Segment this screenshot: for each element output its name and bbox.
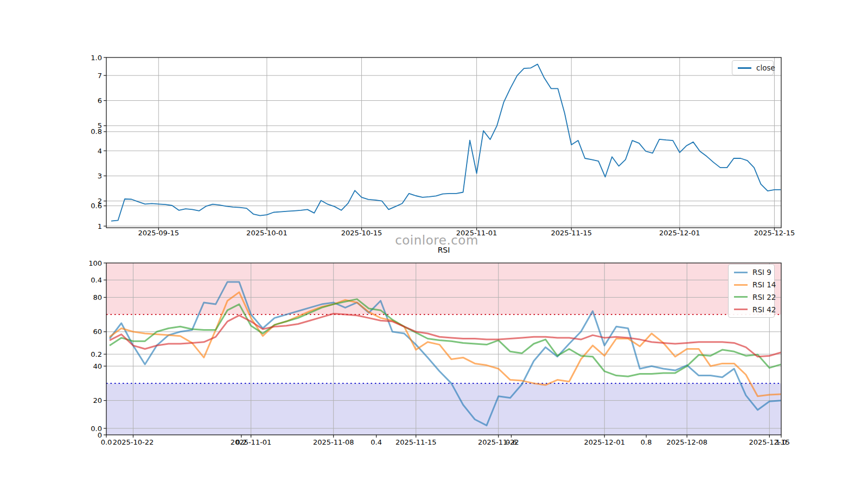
rsi-line-4 — [110, 314, 781, 357]
price-x-tick-label: 2025-10-01 — [246, 229, 288, 237]
rsi-legend-entry: RSI 42 — [734, 303, 769, 316]
price-x-tick-label: 2025-10-15 — [341, 229, 382, 237]
price-x-tick-label: 2025-12-01 — [659, 229, 700, 237]
figure-y-tick-label: 0.4 — [91, 276, 102, 284]
price-x-tick-label: 2025-11-15 — [551, 229, 592, 237]
close-line — [111, 64, 781, 221]
price-x-tick-label: 2025-12-15 — [754, 229, 795, 237]
figure-x-tick-label: 1.0 — [776, 438, 787, 446]
rsi-x-tick-label: 2025-11-15 — [395, 438, 437, 446]
rsi-y-tick-label: 80 — [93, 293, 102, 301]
price-x-tick-label: 2025-09-15 — [138, 229, 180, 237]
price-legend-label: close — [756, 63, 775, 72]
rsi-legend-entry: RSI 9 — [734, 266, 769, 279]
price-y-tick-label: 6 — [98, 97, 102, 105]
figure-x-tick-label: 0.6 — [506, 438, 517, 446]
rsi-legend-label: RSI 9 — [752, 268, 771, 277]
price-y-tick-label: 3 — [98, 172, 102, 180]
price-legend-entry: close — [738, 62, 768, 73]
rsi-legend-swatch — [734, 284, 748, 286]
rsi-legend-label: RSI 22 — [752, 293, 776, 301]
rsi-x-tick-label: 2025-11-08 — [313, 438, 354, 446]
rsi-y-tick-label: 60 — [93, 328, 102, 336]
figure-x-tick-label: 0.2 — [235, 438, 247, 446]
price-y-tick-label: 7 — [98, 72, 102, 80]
figure-y-tick-label: 0.6 — [91, 202, 102, 210]
rsi-legend-swatch — [734, 309, 748, 310]
figure-y-tick-label: 1.0 — [91, 54, 102, 62]
rsi-y-tick-label: 20 — [93, 396, 102, 404]
rsi-y-tick-label: 100 — [88, 259, 102, 267]
figure-x-tick-label: 0.0 — [101, 438, 112, 446]
price-plot-border — [106, 57, 781, 228]
rsi-legend-label: RSI 42 — [752, 305, 776, 314]
figure-x-tick-label: 0.4 — [371, 438, 382, 446]
figure-y-tick-label: 0.8 — [91, 127, 102, 136]
figure-y-tick-label: 0.0 — [91, 425, 102, 433]
chart-figure: 2025-09-152025-10-012025-10-152025-11-01… — [0, 0, 868, 488]
price-y-tick-label: 1 — [98, 222, 102, 230]
rsi-legend-swatch — [734, 296, 748, 298]
rsi-x-tick-label: 2025-12-01 — [584, 438, 625, 446]
rsi-legend-entry: RSI 22 — [734, 291, 769, 304]
price-legend-swatch — [738, 67, 751, 69]
rsi-panel-title: RSI — [417, 246, 471, 254]
rsi-legend-label: RSI 14 — [752, 280, 776, 289]
figure-y-tick-label: 0.2 — [91, 350, 102, 358]
oversold-band — [106, 383, 781, 435]
rsi-y-tick-label: 40 — [93, 362, 102, 370]
rsi-legend: RSI 9RSI 14RSI 22RSI 42 — [728, 264, 775, 318]
rsi-legend-entry: RSI 14 — [734, 279, 769, 291]
figure-x-tick-label: 0.8 — [641, 438, 652, 446]
price-y-tick-label: 4 — [98, 147, 102, 155]
price-legend: close — [732, 60, 774, 75]
overbought-band — [106, 263, 781, 314]
rsi-x-tick-label: 2025-10-22 — [113, 438, 154, 446]
rsi-x-tick-label: 2025-12-08 — [666, 438, 707, 446]
rsi-legend-swatch — [734, 272, 748, 273]
